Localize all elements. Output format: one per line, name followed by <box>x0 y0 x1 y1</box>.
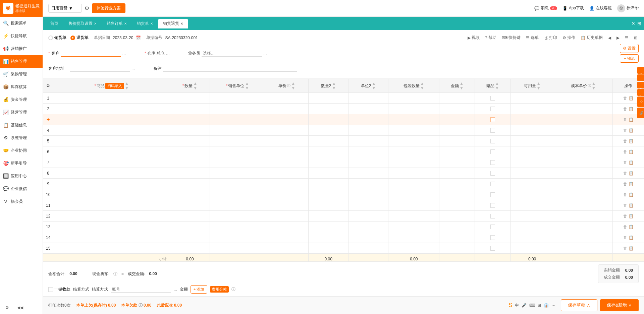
add-row-btn[interactable]: + <box>47 117 50 122</box>
account-input[interactable] <box>111 286 171 293</box>
product-cell-1[interactable] <box>53 93 170 104</box>
mic-icon[interactable]: 🎤 <box>522 303 527 308</box>
qr-icon[interactable]: ⊞ <box>538 303 541 308</box>
debt-info-icon[interactable]: ⓘ <box>139 303 143 308</box>
address-input[interactable] <box>70 65 130 72</box>
toolbar-select[interactable]: ☰ 选单 <box>525 34 540 41</box>
tab-home[interactable]: 首页 <box>46 19 63 28</box>
edge-btn-link[interactable]: 🔗 <box>637 108 644 118</box>
gift-checkbox-1[interactable] <box>490 96 495 101</box>
sidebar-item-newguide[interactable]: 🎯 新手引导 <box>0 157 43 170</box>
sidebar-item-marketing[interactable]: 📢 营销推广 <box>0 42 43 55</box>
sidebar-item-system[interactable]: ⚙ 系统管理 <box>0 131 43 144</box>
qty-cell-1[interactable] <box>170 93 210 104</box>
remark-input[interactable] <box>163 65 297 72</box>
online-service-btn[interactable]: 👤 在线客服 <box>589 5 612 11</box>
sidebar-item-quick-nav[interactable]: ⚡ 快捷导航 <box>0 29 43 42</box>
delete-icon-1[interactable]: 🗑 <box>623 96 627 101</box>
sidebar-item-purchase[interactable]: 🛒 采购管理 <box>0 68 43 80</box>
tab-close-all[interactable]: ✕ <box>631 21 635 26</box>
pack-cell-1[interactable] <box>388 93 439 104</box>
chinese-icon[interactable]: 中 <box>515 303 519 308</box>
user-menu[interactable]: 徐 徐泽华 <box>617 4 639 12</box>
sidebar-collapse-btn[interactable]: ◀◀ <box>14 304 26 311</box>
toolbar-operation[interactable]: ⚙ 操作 <box>561 34 577 41</box>
message-btn[interactable]: 💬 消息 70 <box>534 5 557 11</box>
sidebar-item-basic[interactable]: 📋 基础信息 <box>0 119 43 131</box>
gift-checkbox-3[interactable] <box>490 117 495 122</box>
tab-close-sales-return[interactable]: ✕ <box>180 22 183 25</box>
copy-icon-3[interactable]: 📋 <box>629 117 634 122</box>
edge-btn-star[interactable]: ☆ <box>637 97 644 107</box>
calendar-icon[interactable]: 📅 <box>136 36 141 40</box>
salesperson-dots[interactable]: ... <box>263 51 267 56</box>
shirt-icon[interactable]: 👔 <box>544 303 549 308</box>
topbar-gear-icon[interactable]: ⚙ <box>85 5 89 11</box>
save-draft-btn[interactable]: 保存草稿 ∧ <box>561 299 597 311</box>
sidebar-settings-btn[interactable]: ⚙ <box>3 304 12 311</box>
edge-btn-photo[interactable]: 照 <box>637 82 644 88</box>
toolbar-help[interactable]: ? 帮助 <box>484 34 498 41</box>
cost-cell-1[interactable] <box>554 93 613 104</box>
account-dots[interactable]: ... <box>174 287 177 292</box>
sidebar-item-sales[interactable]: 📊 销售管理 <box>0 55 43 68</box>
copy-icon-2[interactable]: 📋 <box>629 107 634 111</box>
radio-sales-doc[interactable]: 销货单 <box>48 35 66 41</box>
sidebar-item-search[interactable]: 🔍 搜索菜单 <box>0 17 43 29</box>
discount-info-icon[interactable]: ⓘ <box>113 271 117 277</box>
avail-cell-1[interactable] <box>511 93 554 104</box>
toolbar-video[interactable]: ▶ 视频 <box>466 34 481 41</box>
toolbar-list-view[interactable]: ☰ <box>624 35 630 41</box>
tab-maximize[interactable]: ⊞ <box>637 21 641 26</box>
logistics-btn[interactable]: + 物流 <box>620 54 639 63</box>
th-settings[interactable]: ⚙ <box>43 79 53 93</box>
setup-btn[interactable]: ⚙ 设置 <box>620 44 639 53</box>
tab-close-sales-order[interactable]: ✕ <box>124 22 127 25</box>
sidebar-item-member[interactable]: V 畅会员 <box>0 195 43 208</box>
price-cell-1[interactable] <box>265 93 309 104</box>
address-dots[interactable]: ... <box>131 66 135 71</box>
product-input-3[interactable] <box>56 117 167 122</box>
copy-icon-1[interactable]: 📋 <box>629 96 634 101</box>
tab-sales-doc[interactable]: 销货单 ✕ <box>132 19 158 28</box>
save-new-btn[interactable]: 保存&新增 ∧ <box>600 299 639 311</box>
sidebar-item-inventory[interactable]: 📦 库存核算 <box>0 80 43 93</box>
gift-checkbox-2[interactable] <box>490 107 495 111</box>
sidebar-item-operation[interactable]: 📈 经营管理 <box>0 106 43 119</box>
expense-info-icon[interactable]: ⓘ <box>231 287 235 292</box>
keyboard-icon[interactable]: ⌨ <box>529 303 535 308</box>
edge-btn-question[interactable]: 问 <box>637 67 644 74</box>
one-click-pay-checkbox[interactable]: 一键收款 <box>48 287 70 292</box>
toolbar-grid-view[interactable]: ⊞ <box>633 35 639 41</box>
industry-select[interactable]: 日用百货 ▼ <box>48 4 82 13</box>
delete-icon-2[interactable]: 🗑 <box>623 107 627 111</box>
amount-cell-1[interactable] <box>439 93 475 104</box>
unit-cell-1[interactable] <box>210 93 265 104</box>
experience-btn[interactable]: 体验行业方案 <box>92 3 125 13</box>
toolbar-next[interactable]: ▶ <box>615 35 621 41</box>
qty2-cell-1[interactable] <box>309 93 348 104</box>
toolbar-print[interactable]: 🖨 打印 <box>543 34 558 41</box>
radio-return[interactable]: 退货单 <box>70 35 89 41</box>
sidebar-item-enterprise[interactable]: 🤝 企业协同 <box>0 144 43 157</box>
toolbar-prev[interactable]: ◀ <box>607 35 612 41</box>
sidebar-item-wechat[interactable]: 💬 企业微信 <box>0 182 43 195</box>
sidebar-item-appcenter[interactable]: 🔲 应用中心 <box>0 170 43 182</box>
toolbar-history[interactable]: 📋 历史单据 <box>579 34 604 41</box>
tab-sales-return[interactable]: 销货退货 ✕ <box>158 19 188 28</box>
customer-dots[interactable]: ... <box>122 51 126 56</box>
salesperson-input[interactable] <box>202 50 262 57</box>
tab-price-extract[interactable]: 售价提取设置 ✕ <box>64 19 101 28</box>
tab-close-price[interactable]: ✕ <box>94 22 97 25</box>
delete-icon-3[interactable]: 🗑 <box>623 117 627 122</box>
edge-btn-doc[interactable]: 单 <box>637 74 644 81</box>
edge-btn-collect[interactable]: 收 <box>637 89 644 96</box>
scan-btn[interactable]: 扫码录入 <box>105 83 124 89</box>
expense-split-btn[interactable]: 费用分摊 <box>210 286 229 293</box>
unit2-cell-1[interactable] <box>348 93 388 104</box>
toolbar-shortcut[interactable]: ⌨ 快捷键 <box>500 34 522 41</box>
sidebar-item-finance[interactable]: 💰 资金管理 <box>0 93 43 106</box>
customer-input[interactable] <box>61 50 121 57</box>
more-icon[interactable]: ⋯ <box>551 303 555 308</box>
app-download-btn[interactable]: 📱 App下载 <box>562 5 584 11</box>
